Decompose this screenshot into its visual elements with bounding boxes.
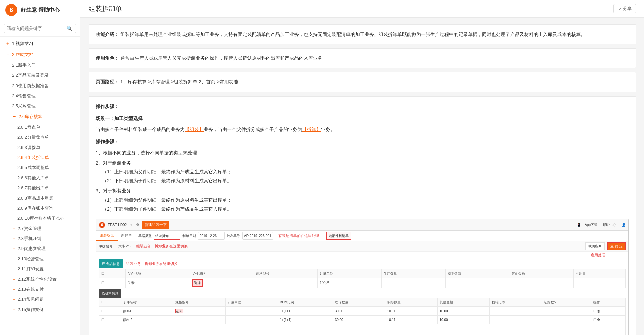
sidebar-item-2-6-1[interactable]: 2.6.1盘点单	[0, 122, 80, 132]
func-intro-box: 功能介绍： 组装拆卸单用来处理企业组装或拆卸等加工业务，支持有固定装配清单的产品…	[89, 24, 636, 44]
sidebar-item-2-6-2[interactable]: 2.6.2分量盘点单	[0, 132, 80, 143]
main-panel: 组装拆卸单 ↗ 分享 功能介绍： 组装拆卸单用来处理企业组装或拆卸等加工业务，支…	[80, 0, 644, 335]
zuangzhuang-link[interactable]: 【组装】	[185, 127, 204, 132]
logo-icon: 6	[5, 4, 17, 16]
sim-type-value: 组装拆卸	[154, 232, 180, 240]
sidebar-item-2-1[interactable]: 2.1新手入门	[0, 60, 80, 70]
sidebar-item-2-11[interactable]: ＋2.11打印设置	[0, 264, 80, 274]
role-box: 使用角色： 通常由生产人员或库管人员完成折装业务的操作，库管人员确认原材料的出库…	[89, 48, 636, 68]
sidebar-item-2-9[interactable]: ＋2.9优惠券管理	[0, 244, 80, 254]
search-button[interactable]: 🔍	[67, 26, 72, 31]
step2: 2、对于组装业务	[96, 159, 629, 168]
sim-top-bar: 6 TEST-H002 ▼ ⚙ 新建组装一下 📱 App下载 帮助中心 👤	[96, 219, 628, 231]
sidebar-item-2-6-5[interactable]: 2.6.5成本调整单	[0, 163, 80, 173]
btd-other1: 10.00	[437, 306, 490, 315]
sidebar-item-2-10[interactable]: ＋2.10经营管理	[0, 254, 80, 264]
btd-init2	[542, 315, 591, 324]
screenshot-container: 6 TEST-H002 ▼ ⚙ 新建组装一下 📱 App下载 帮助中心 👤	[96, 219, 629, 335]
th-spec: 规格型号	[254, 269, 318, 278]
sim-bottom-table-wrap: 无固定清单可以直接在这里录入 ☐ 子件名称 规格型号 计量单位 BOM比例	[96, 298, 628, 335]
sim-tab-new[interactable]: 新建单	[118, 231, 136, 241]
sidebar-item-2-7[interactable]: ＋2.7资金管理	[0, 224, 80, 234]
sidebar-header: 6 好生意 帮助中心	[0, 0, 80, 20]
step3-1: （1）上部明细为父件明细，最终作为原材料生成某它出库单；	[96, 196, 629, 205]
td-parent-name: 关米	[126, 278, 190, 288]
step3-2: （2）下部明细为子件明细，最终作为产成品生成某它入库单。	[96, 205, 629, 214]
search-box[interactable]: 🔍	[0, 20, 80, 37]
bth-unit2: 计量单位	[225, 298, 278, 306]
btd-actual2: 10.11	[385, 315, 437, 324]
minus-icon: －	[5, 52, 10, 58]
sidebar-item-2-14[interactable]: ＋2.14常见问题	[0, 294, 80, 304]
sim-tab-main[interactable]: 组装拆卸	[96, 231, 118, 241]
th-other: 其他金额	[509, 269, 574, 278]
btd-cb2: ☐	[99, 315, 121, 324]
sidebar-item-2-6-8[interactable]: 2.6.8商品成本重算	[0, 193, 80, 203]
btd-theory2: 30.00	[333, 315, 385, 324]
sidebar-item-2-6-3[interactable]: 2.6.3调拨单	[0, 143, 80, 153]
sidebar-item-2-15[interactable]: ＋2.15操作案例	[0, 304, 80, 315]
ops-box: 操作步骤： 场景一：加工类型选择 当由多个子件材料组装成一个成品的业务为【组装】…	[89, 96, 636, 335]
sidebar-item-2-6-7[interactable]: 2.6.7其他出库单	[0, 183, 80, 193]
sim-top-table-head: ☐ 父件名称 父件编码 规格型号 计量单位 生产数量 成本金额 其他金额 可用量	[99, 269, 626, 278]
sim-count-label: 单据编号：	[99, 243, 116, 249]
sidebar-item-video[interactable]: ＋ 1.视频学习	[0, 38, 80, 49]
plus-icon: ＋	[5, 40, 10, 47]
sidebar-item-docs[interactable]: － 2.帮助文档	[0, 49, 80, 61]
sim-section-header: 产成品信息 组装业务、拆卸业务在这里切换	[96, 259, 628, 269]
sidebar-item-2-13[interactable]: ＋2.13在线支付	[0, 284, 80, 294]
sidebar-item-2-8[interactable]: ＋2.8手机旺铺	[0, 234, 80, 244]
sim-company: TEST-H002	[108, 221, 127, 228]
sidebar-item-2-6-4[interactable]: 2.6.4组装拆卸单	[0, 153, 80, 163]
share-button[interactable]: ↗ 分享	[613, 4, 636, 13]
bth-ops: 操作	[591, 298, 625, 306]
sim-apply-btn[interactable]: 选配件料清单	[326, 232, 351, 240]
btd-init1	[542, 306, 591, 315]
sidebar-item-docs-label: 2.帮助文档	[12, 52, 33, 58]
sim-bottom-table-body: ☐ 颜料1 选 引 1+(1+1) 30.00 10.11 10.00	[99, 306, 626, 335]
sim-bottom-table-head: ☐ 子件名称 规格型号 计量单位 BOM比例 理论数量 实际数量 其他金额 损耗	[99, 298, 626, 306]
annotation2: 组装业务、拆卸业务在这里切换	[136, 243, 188, 250]
sidebar-item-2-2[interactable]: 2.2产品安装及登录	[0, 70, 80, 80]
sim-confirm-btn[interactable]: 立 发 定	[607, 242, 626, 250]
th-checkbox: ☐	[99, 269, 126, 278]
btd-bom1: 1+(1+1)	[278, 306, 333, 315]
sim-top-table-body: ☐ 关米 选择 1/公斤	[99, 278, 626, 288]
sidebar-item-2-5[interactable]: 2.5采购管理	[0, 101, 80, 111]
table-row: ☐ 颜料1 选 引 1+(1+1) 30.00 10.11 10.00	[99, 306, 626, 315]
sidebar-item-2-6-10[interactable]: 2.6.10库存账本错了么办	[0, 213, 80, 223]
sim-form-fields: 单据类型 组装拆卸 制单日期 2019-12-26 批次单号 AD-201912…	[136, 231, 628, 241]
step2-2: （2）下部明细为子件明细，最终作为原材料生成某它出库单。	[96, 176, 629, 185]
sidebar-item-2-3[interactable]: 2.3使用前数据准备	[0, 81, 80, 91]
sidebar-item-video-label: 1.视频学习	[12, 41, 33, 47]
sim-ui: 6 TEST-H002 ▼ ⚙ 新建组装一下 📱 App下载 帮助中心 👤	[96, 219, 629, 335]
sim-top-section: 产成品信息	[99, 259, 123, 268]
btd-op1: ☐ 🗑	[591, 306, 625, 315]
sidebar-item-2-6-9[interactable]: 2.6.9库存账本查询	[0, 203, 80, 213]
sim-bottom-section-wrap: 原材料信息	[96, 289, 628, 298]
share-label: 分享	[623, 6, 632, 12]
td-produce-qty	[382, 278, 446, 288]
th-produce-qty: 生产数量	[382, 269, 446, 278]
step1: 1、根据不同的业务，选择不同单据的类型来处理	[96, 148, 629, 157]
annotation3: 启用处理	[591, 252, 605, 259]
bth-subcode: 规格型号	[173, 298, 225, 306]
step3: 3、对于拆装业务	[96, 186, 629, 196]
btd-unit2	[225, 315, 278, 324]
sim-tabs: 组装拆卸 新建单	[96, 231, 136, 241]
page-title: 组装拆卸单	[89, 4, 122, 13]
btd-name1: 颜料1	[121, 306, 173, 315]
sim-date-label: 制单日期	[182, 233, 196, 239]
sidebar-item-2-4[interactable]: 2.4销售管理	[0, 91, 80, 101]
td-available	[574, 278, 626, 288]
table-row	[99, 330, 626, 335]
sidebar-item-2-6-6[interactable]: 2.6.6其他入库单	[0, 173, 80, 183]
sim-date-value: 2019-12-26	[198, 232, 225, 240]
sidebar-item-2-12[interactable]: ＋2.12系统个性化设置	[0, 274, 80, 284]
ops-steps-title-label: 操作步骤：	[96, 102, 629, 111]
sim-bottom-table-header-row: ☐ 子件名称 规格型号 计量单位 BOM比例 理论数量 实际数量 其他金额 损耗	[99, 298, 626, 306]
chaijue-link[interactable]: 【拆卸】	[302, 127, 321, 132]
ops-title: 操作步骤： 场景一：加工类型选择 当由多个子件材料组装成一个成品的业务为【组装】…	[96, 102, 629, 335]
search-input[interactable]	[4, 24, 76, 33]
sidebar-item-2-6[interactable]: － 2.6库存核算	[0, 111, 80, 122]
